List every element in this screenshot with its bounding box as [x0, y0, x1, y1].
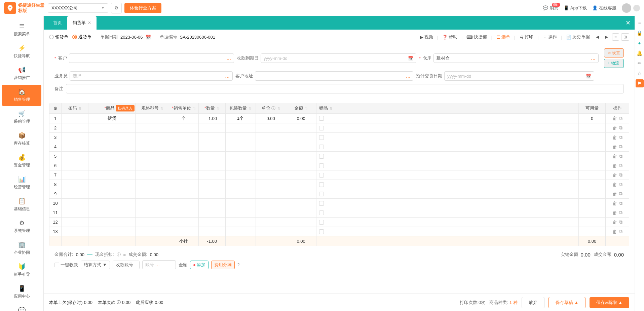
row-barcode[interactable] — [62, 189, 88, 199]
row-price[interactable] — [256, 142, 286, 152]
row-price[interactable] — [256, 133, 286, 142]
row-pkgqty[interactable] — [225, 152, 256, 161]
row-product[interactable] — [88, 161, 136, 170]
gift-checkbox[interactable] — [319, 182, 324, 187]
row-product[interactable] — [88, 227, 136, 236]
logistics-button[interactable]: + 物流 — [604, 59, 624, 68]
row-gift[interactable] — [316, 227, 335, 236]
row-unit[interactable] — [169, 189, 199, 199]
rp-icon-alert[interactable]: ⚑ — [636, 79, 644, 87]
row-gift[interactable] — [316, 133, 335, 142]
row-barcode[interactable] — [62, 123, 88, 133]
row-pkgqty[interactable] — [225, 133, 256, 142]
row-gift[interactable] — [316, 161, 335, 170]
row-barcode[interactable] — [62, 227, 88, 236]
row-qty[interactable] — [198, 180, 225, 189]
company-selector[interactable]: XXXXXX公司 ▼ — [48, 3, 108, 13]
row-barcode[interactable] — [62, 152, 88, 161]
row-gift[interactable] — [316, 142, 335, 152]
account-number-input[interactable]: 账号 ... — [142, 260, 176, 269]
next-btn[interactable]: ▶ — [603, 34, 610, 40]
row-qty[interactable] — [198, 152, 225, 161]
row-pkgqty[interactable] — [225, 142, 256, 152]
discard-button[interactable]: 放弃 — [522, 297, 544, 308]
row-qty[interactable] — [198, 218, 225, 227]
row-product[interactable] — [88, 133, 136, 142]
row-price[interactable] — [256, 208, 286, 218]
row-gift[interactable] — [316, 170, 335, 180]
delete-row-icon[interactable]: 🗑 — [612, 220, 617, 225]
copy-row-icon[interactable]: ⧉ — [619, 116, 622, 121]
salesperson-input[interactable]: 选择... ... — [70, 71, 233, 81]
row-barcode[interactable] — [62, 161, 88, 170]
layout2-btn[interactable]: ⊞ — [621, 33, 629, 41]
row-product[interactable] — [88, 208, 136, 218]
row-pkgqty[interactable] — [225, 208, 256, 218]
row-pkgqty[interactable] — [225, 199, 256, 208]
settings-icon[interactable]: ⚙ — [111, 3, 122, 13]
row-spec[interactable] — [136, 227, 169, 236]
layout1-btn[interactable]: ≡ — [612, 33, 619, 41]
gift-checkbox[interactable] — [319, 192, 324, 196]
settings-button[interactable]: ⊙ 设置 — [604, 48, 624, 57]
gift-checkbox[interactable] — [319, 145, 324, 149]
rp-icon-list[interactable]: ≡ — [636, 19, 644, 27]
row-amount[interactable] — [286, 227, 316, 236]
delete-row-icon[interactable]: 🗑 — [612, 116, 617, 121]
row-product[interactable] — [88, 189, 136, 199]
row-price[interactable]: 0.00 — [256, 114, 286, 123]
gift-checkbox[interactable] — [319, 201, 324, 206]
rp-icon-dot[interactable]: ● — [636, 39, 644, 47]
row-price[interactable] — [256, 199, 286, 208]
row-pkgqty[interactable] — [225, 170, 256, 180]
sidebar-item-search[interactable]: ☰ 搜索菜单 — [2, 19, 41, 40]
row-qty[interactable] — [198, 133, 225, 142]
tab-close-icon[interactable]: ✕ — [88, 21, 91, 25]
row-unit[interactable] — [169, 218, 199, 227]
copy-row-icon[interactable]: ⧉ — [619, 210, 622, 216]
warehouse-input[interactable]: 建材仓 ... — [433, 53, 599, 63]
row-amount[interactable] — [286, 161, 316, 170]
row-qty[interactable] — [198, 199, 225, 208]
salesperson-expand-icon[interactable]: ... — [225, 73, 229, 79]
row-barcode[interactable] — [62, 142, 88, 152]
operate-btn[interactable]: ⋮ 操作 — [541, 33, 559, 41]
gift-checkbox[interactable] — [319, 135, 324, 140]
delete-row-icon[interactable]: 🗑 — [612, 144, 617, 150]
expected-date-input[interactable]: yyyy-mm-dd 📅 — [444, 71, 594, 81]
sort-price-icon[interactable]: ⇅ — [277, 107, 280, 110]
sort-barcode-icon[interactable]: ⇅ — [79, 107, 81, 110]
delete-row-icon[interactable]: 🗑 — [612, 135, 617, 140]
row-unit[interactable] — [169, 133, 199, 142]
sidebar-item-enterprise[interactable]: 🏢 企业协同 — [2, 238, 41, 259]
price-info-icon[interactable]: ⓘ — [271, 106, 275, 111]
messages-action[interactable]: 💬 消息 99+ — [543, 5, 558, 11]
row-amount[interactable] — [286, 199, 316, 208]
row-amount[interactable]: 0.00 — [286, 114, 316, 123]
row-amount[interactable] — [286, 189, 316, 199]
delete-row-icon[interactable]: 🗑 — [612, 163, 617, 168]
copy-row-icon[interactable]: ⧉ — [619, 144, 622, 150]
row-spec[interactable] — [136, 199, 169, 208]
payment-due-calendar-icon[interactable]: 📅 — [408, 56, 413, 61]
avatar[interactable] — [622, 3, 631, 13]
row-price[interactable] — [256, 227, 286, 236]
save-draft-button[interactable]: 保存草稿 ▲ — [548, 297, 586, 308]
row-unit[interactable] — [169, 161, 199, 170]
copy-row-icon[interactable]: ⧉ — [619, 172, 622, 178]
sort-amount-icon[interactable]: ⇅ — [305, 107, 308, 110]
row-qty[interactable] — [198, 161, 225, 170]
copy-row-icon[interactable]: ⧉ — [619, 163, 622, 168]
sidebar-item-app-center[interactable]: 📱 应用中心 — [2, 281, 41, 303]
row-price[interactable] — [256, 161, 286, 170]
row-unit[interactable] — [169, 199, 199, 208]
row-product[interactable] — [88, 180, 136, 189]
warehouse-expand-icon[interactable]: ... — [591, 55, 595, 61]
row-amount[interactable] — [286, 133, 316, 142]
row-product[interactable] — [88, 142, 136, 152]
row-price[interactable] — [256, 170, 286, 180]
rp-icon-bell[interactable]: 🔔 — [636, 49, 644, 57]
row-gift[interactable] — [316, 152, 335, 161]
row-unit[interactable] — [169, 152, 199, 161]
gift-checkbox[interactable] — [319, 220, 324, 225]
